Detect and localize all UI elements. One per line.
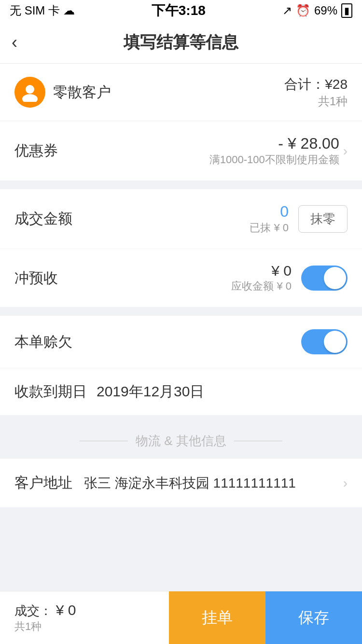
- due-date-value: 2019年12月30日: [97, 382, 204, 402]
- svg-point-1: [22, 94, 38, 102]
- bottom-summary-amount: ¥ 0: [56, 602, 76, 618]
- customer-name: 零散客户: [53, 83, 111, 102]
- address-row[interactable]: 客户地址 张三 海淀永丰科技园 11111111111 ›: [0, 459, 362, 507]
- nav-bar: ‹ 填写结算等信息: [0, 21, 362, 64]
- coupon-row[interactable]: 优惠券 - ¥ 28.00 满1000-100不限制使用金额 ›: [0, 121, 362, 181]
- round-zero-button[interactable]: 抹零: [298, 205, 348, 233]
- svg-point-0: [26, 85, 34, 94]
- transaction-amount-right: 0 已抹 ¥ 0 抹零: [250, 203, 348, 235]
- bottom-bar: 成交： ¥ 0 共1种 挂单 保存: [0, 591, 362, 644]
- coupon-right-content: - ¥ 28.00 满1000-100不限制使用金额: [209, 135, 339, 167]
- transaction-amount-values: 0 已抹 ¥ 0: [250, 203, 289, 235]
- debt-label: 本单赊欠: [14, 332, 72, 352]
- advance-payment-toggle[interactable]: [301, 266, 348, 291]
- address-value: 张三 海淀永丰科技园 11111111111: [84, 474, 338, 492]
- status-bar: 无 SIM 卡 ☁ 下午3:18 ↗ ⏰ 69% ▮: [0, 0, 362, 21]
- transaction-amount-value: 0: [250, 203, 289, 221]
- customer-avatar: [14, 77, 45, 108]
- page-title: 填写结算等信息: [124, 31, 238, 54]
- advance-payment-sub: 应收金额 ¥ 0: [231, 279, 292, 294]
- advance-payment-row: 冲预收 ¥ 0 应收金额 ¥ 0: [0, 249, 362, 307]
- advance-payment-values: ¥ 0 应收金额 ¥ 0: [231, 263, 292, 294]
- debt-section: 本单赊欠 收款到期日 2019年12月30日: [0, 316, 362, 415]
- logistics-section-header: 物流 & 其他信息: [0, 424, 362, 458]
- customer-row: 零散客户 合计：¥28 共1种: [0, 64, 362, 121]
- due-date-row: 收款到期日 2019年12月30日: [0, 368, 362, 415]
- battery-text: 69%: [314, 4, 337, 17]
- back-button[interactable]: ‹: [12, 32, 17, 53]
- customer-right: 合计：¥28 共1种: [284, 75, 348, 109]
- bottom-summary-label: 成交：: [14, 603, 52, 618]
- address-chevron-icon: ›: [343, 476, 348, 491]
- form-section-1: 成交金额 0 已抹 ¥ 0 抹零 冲预收 ¥ 0 应收金额 ¥ 0: [0, 189, 362, 307]
- bottom-summary-row: 成交： ¥ 0: [14, 602, 154, 619]
- status-right: ↗ ⏰ 69% ▮: [282, 3, 352, 18]
- bottom-summary-count: 共1种: [14, 619, 154, 634]
- user-icon: [20, 83, 40, 102]
- alarm-icon: ⏰: [296, 4, 310, 17]
- customer-count: 共1种: [284, 94, 348, 109]
- location-icon: ↗: [282, 4, 292, 17]
- advance-payment-right: ¥ 0 应收金额 ¥ 0: [231, 263, 348, 294]
- address-label: 客户地址: [14, 473, 72, 493]
- separator-2: [0, 307, 362, 316]
- content-area: 零散客户 合计：¥28 共1种 优惠券 - ¥ 28.00 满1000-100不…: [0, 64, 362, 565]
- sim-status: 无 SIM 卡 ☁: [10, 3, 75, 18]
- toggle-knob: [324, 267, 346, 289]
- bottom-summary: 成交： ¥ 0 共1种: [0, 602, 169, 634]
- debt-toggle-knob: [324, 331, 346, 353]
- separator-1: [0, 181, 362, 189]
- logistics-title: 物流 & 其他信息: [80, 433, 282, 449]
- status-time: 下午3:18: [152, 1, 206, 20]
- debt-row: 本单赊欠: [0, 316, 362, 368]
- advance-payment-label: 冲预收: [14, 268, 58, 288]
- battery-icon: ▮: [341, 3, 352, 18]
- transaction-amount-sub: 已抹 ¥ 0: [250, 221, 289, 235]
- chevron-right-icon: ›: [343, 143, 348, 159]
- coupon-label: 优惠券: [14, 141, 58, 161]
- debt-toggle[interactable]: [301, 329, 348, 354]
- transaction-amount-label: 成交金额: [14, 209, 72, 229]
- coupon-description: 满1000-100不限制使用金额: [209, 153, 339, 167]
- due-date-label: 收款到期日: [14, 382, 87, 402]
- customer-total: 合计：¥28: [284, 75, 348, 94]
- coupon-discount: - ¥ 28.00: [209, 135, 339, 153]
- customer-left: 零散客户: [14, 77, 111, 108]
- hold-button[interactable]: 挂单: [169, 591, 265, 644]
- transaction-amount-row: 成交金额 0 已抹 ¥ 0 抹零: [0, 189, 362, 249]
- separator-3: [0, 415, 362, 424]
- coupon-right: - ¥ 28.00 满1000-100不限制使用金额 ›: [209, 135, 348, 167]
- customer-section: 零散客户 合计：¥28 共1种 优惠券 - ¥ 28.00 满1000-100不…: [0, 64, 362, 181]
- status-left: 无 SIM 卡 ☁: [10, 3, 75, 18]
- advance-payment-value: ¥ 0: [231, 263, 292, 279]
- save-button[interactable]: 保存: [265, 591, 362, 644]
